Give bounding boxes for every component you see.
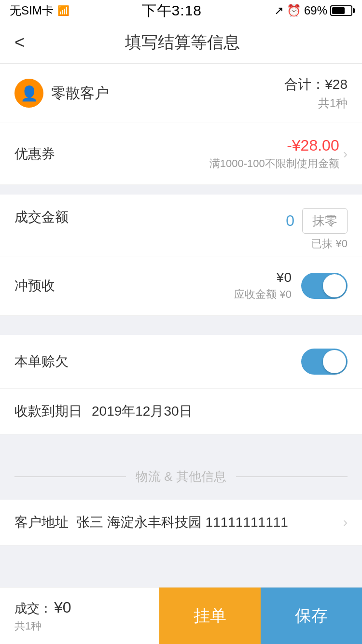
battery-fill	[332, 7, 345, 14]
content-area: 👤 零散客户 合计：¥28 共1种 优惠券 -¥28.00 满1000-100不…	[0, 64, 362, 608]
coupon-value: -¥28.00	[209, 137, 339, 154]
bottom-bar: 成交： ¥0 共1种 挂单 保存	[0, 587, 362, 644]
debt-toggle-knob	[323, 350, 346, 373]
debt-toggle[interactable]	[301, 349, 348, 375]
wifi-icon: 📶	[57, 5, 70, 16]
hang-order-button[interactable]: 挂单	[159, 588, 261, 644]
address-row[interactable]: 客户地址 张三 海淀永丰科技园 11111111111 ›	[0, 500, 362, 546]
status-right: ↗ ⏰ 69%	[274, 4, 352, 17]
summary-count: 共1种	[14, 619, 145, 633]
divider-line-right	[236, 476, 348, 477]
location-icon: ↗	[274, 4, 284, 17]
customer-total: 合计：¥28	[284, 75, 348, 94]
customer-row: 👤 零散客户 合计：¥28 共1种	[0, 64, 362, 123]
pre-receive-right: ¥0 应收金额 ¥0	[234, 270, 348, 302]
coupon-value-area: -¥28.00 满1000-100不限制使用金额	[209, 137, 339, 171]
coupon-label: 优惠券	[14, 145, 55, 163]
deal-amount-right: 0 抹零 已抹 ¥0	[286, 208, 348, 251]
section-divider-2	[0, 316, 362, 325]
debt-label: 本单赊欠	[14, 352, 69, 371]
address-label: 客户地址	[14, 513, 69, 532]
section-divider-3	[0, 434, 362, 444]
due-date-label: 收款到期日	[14, 402, 82, 420]
pre-receive-label: 冲预收	[14, 277, 55, 295]
deal-amount-label: 成交金额	[14, 208, 69, 226]
coupon-right: -¥28.00 满1000-100不限制使用金额 ›	[209, 137, 348, 171]
deal-amount-value: 0	[286, 212, 294, 230]
avatar: 👤	[14, 79, 43, 108]
page-title: 填写结算等信息	[34, 31, 330, 54]
status-bar: 无SIM卡 📶 下午3:18 ↗ ⏰ 69%	[0, 0, 362, 21]
logistics-label: 物流 & 其他信息	[136, 468, 226, 485]
pre-receive-row: 冲预收 ¥0 应收金额 ¥0	[0, 256, 362, 316]
back-button[interactable]: <	[14, 32, 25, 53]
due-date-value: 2019年12月30日	[92, 402, 193, 420]
alarm-icon: ⏰	[287, 4, 301, 17]
chevron-right-icon: ›	[343, 146, 348, 162]
bottom-summary: 成交： ¥0 共1种	[0, 599, 159, 633]
address-left: 客户地址 张三 海淀永丰科技园 11111111111	[14, 513, 288, 532]
coupon-row[interactable]: 优惠券 -¥28.00 满1000-100不限制使用金额 ›	[0, 123, 362, 185]
address-chevron-right-icon: ›	[343, 515, 348, 530]
avatar-icon: 👤	[20, 85, 38, 102]
already-rounded-text: 已抹 ¥0	[311, 237, 348, 251]
summary-deal-line: 成交： ¥0	[14, 599, 145, 617]
battery-percent: 69%	[304, 4, 327, 17]
section-divider-1	[0, 185, 362, 195]
summary-deal-label: 成交：	[14, 600, 52, 617]
deal-amount-row: 成交金额 0 抹零 已抹 ¥0	[0, 195, 362, 256]
due-date-row: 收款到期日 2019年12月30日	[0, 389, 362, 434]
battery-icon	[330, 5, 352, 16]
status-time: 下午3:18	[142, 1, 202, 21]
customer-name: 零散客户	[51, 84, 109, 103]
round-zero-button[interactable]: 抹零	[302, 208, 348, 234]
address-value: 张三 海淀永丰科技园 11111111111	[76, 513, 288, 532]
status-left: 无SIM卡 📶	[10, 3, 70, 18]
save-button[interactable]: 保存	[261, 588, 362, 644]
pre-receive-toggle[interactable]	[301, 273, 348, 299]
deal-amount-controls: 0 抹零	[286, 208, 348, 234]
pre-amount-value: ¥0	[234, 270, 292, 285]
debt-row: 本单赊欠	[0, 335, 362, 389]
summary-deal-amount: ¥0	[54, 599, 71, 616]
customer-left: 👤 零散客户	[14, 79, 109, 108]
customer-count: 共1种	[284, 96, 348, 111]
divider-line-left	[14, 476, 126, 477]
receivable-amount: 应收金额 ¥0	[234, 287, 292, 302]
carrier-text: 无SIM卡	[10, 3, 54, 18]
logistics-divider: 物流 & 其他信息	[14, 468, 348, 485]
logistics-section: 物流 & 其他信息	[0, 454, 362, 500]
coupon-sub-text: 满1000-100不限制使用金额	[209, 156, 339, 171]
pre-receive-amounts: ¥0 应收金额 ¥0	[234, 270, 292, 302]
toggle-knob	[323, 274, 346, 297]
customer-right: 合计：¥28 共1种	[284, 75, 348, 111]
nav-bar: < 填写结算等信息	[0, 21, 362, 64]
